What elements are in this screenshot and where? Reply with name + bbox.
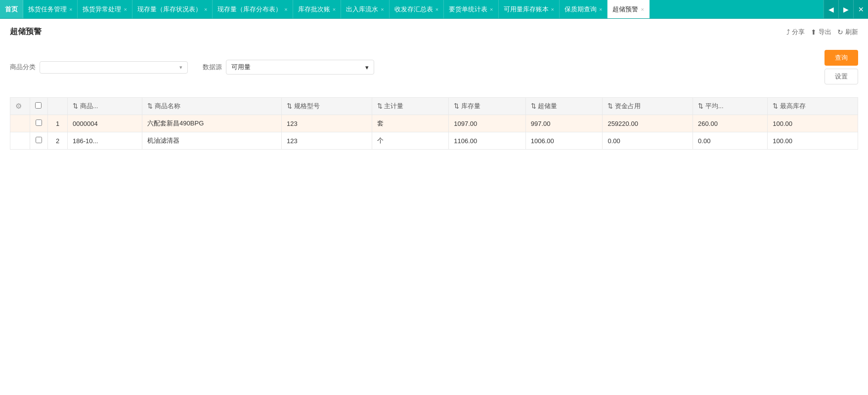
- category-dropdown-icon: ▾: [179, 64, 182, 71]
- nav-item-pick-task[interactable]: 拣货任务管理 ×: [23, 0, 78, 18]
- row-product-name-1: 机油滤清器: [142, 132, 282, 150]
- row-avg-0: 260.00: [693, 115, 768, 132]
- row-product-code-1: 186-10...: [68, 132, 142, 150]
- export-button[interactable]: ⬆ 导出: [811, 28, 831, 37]
- row-gear-0: [10, 115, 30, 132]
- refresh-icon: ↻: [837, 28, 843, 36]
- close-icon-overstock-warning[interactable]: ×: [641, 6, 644, 12]
- col-checkbox-header: [30, 98, 48, 115]
- close-icon-order-stat[interactable]: ×: [490, 6, 493, 12]
- col-gear: ⚙: [10, 98, 30, 115]
- table-row: 2 186-10... 机油滤清器 123 个 1106.00 1006.00 …: [10, 132, 858, 150]
- close-icon-receive-summary[interactable]: ×: [435, 6, 438, 12]
- page-header: 超储预警 ⤴ 分享 ⬆ 导出 ↻ 刷新: [10, 27, 858, 37]
- nav-label-overstock-warning: 超储预警: [612, 5, 638, 14]
- nav-item-inventory-dist[interactable]: 现存量（库存分布表） ×: [213, 0, 293, 18]
- col-unit[interactable]: ⇅ 主计量: [372, 98, 449, 115]
- close-icon-inventory-dist[interactable]: ×: [284, 6, 287, 12]
- row-unit-0: 套: [372, 115, 449, 132]
- share-button[interactable]: ⤴ 分享: [786, 28, 805, 37]
- nav-item-inventory-status[interactable]: 现存量（库存状况表） ×: [132, 0, 213, 18]
- datasource-label: 数据源: [203, 63, 222, 72]
- refresh-button[interactable]: ↻ 刷新: [837, 28, 858, 37]
- table-row: 1 0000004 六配套新昌490BPG 123 套 1097.00 997.…: [10, 115, 858, 132]
- close-icon-inout-flow[interactable]: ×: [381, 6, 384, 12]
- col-capital[interactable]: ⇅ 资金占用: [603, 98, 693, 115]
- nav-item-home[interactable]: 首页: [0, 0, 23, 18]
- row-capital-1: 0.00: [603, 132, 693, 150]
- table-body: 1 0000004 六配套新昌490BPG 123 套 1097.00 997.…: [10, 115, 858, 150]
- row-checkbox-cell-0: [30, 115, 48, 132]
- nav-label-pick-task: 拣货任务管理: [28, 5, 67, 14]
- col-product-name[interactable]: ⇅ 商品名称: [142, 98, 282, 115]
- row-spec-0: 123: [281, 115, 372, 132]
- datasource-dropdown-icon: ▾: [365, 64, 369, 71]
- row-checkbox-0[interactable]: [36, 119, 42, 126]
- nav-arrows: ◀ ▶ ✕: [824, 0, 868, 19]
- row-checkbox-1[interactable]: [36, 137, 42, 143]
- category-select[interactable]: ▾: [40, 61, 188, 74]
- nav-label-home: 首页: [5, 5, 18, 14]
- row-max-stock-0: 100.00: [768, 115, 858, 132]
- nav-item-inventory-batch[interactable]: 库存批次账 ×: [293, 0, 341, 18]
- select-all-checkbox[interactable]: [35, 102, 42, 109]
- data-table: ⚙ ⇅ 商品... ⇅ 商品名称 ⇅ 规格型号: [10, 97, 858, 150]
- export-icon: ⬆: [811, 28, 817, 36]
- table-header: ⚙ ⇅ 商品... ⇅ 商品名称 ⇅ 规格型号: [10, 98, 858, 115]
- nav-item-overstock-warning[interactable]: 超储预警 ×: [608, 0, 649, 18]
- nav-item-pick-exception[interactable]: 拣货异常处理 ×: [78, 0, 132, 18]
- export-label: 导出: [819, 28, 831, 37]
- col-avg[interactable]: ⇅ 平均...: [693, 98, 768, 115]
- query-button[interactable]: 查询: [825, 50, 858, 66]
- nav-item-available-ledger[interactable]: 可用量库存账本 ×: [499, 0, 560, 18]
- row-spec-1: 123: [281, 132, 372, 150]
- row-num-0: 1: [48, 115, 68, 132]
- row-product-code-0: 0000004: [68, 115, 142, 132]
- nav-label-order-stat: 要货单统计表: [449, 5, 487, 14]
- row-gear-1: [10, 132, 30, 150]
- row-unit-1: 个: [372, 132, 449, 150]
- close-icon-pick-exception[interactable]: ×: [124, 6, 127, 12]
- nav-item-shelf-life[interactable]: 保质期查询 ×: [560, 0, 608, 18]
- refresh-label: 刷新: [845, 28, 858, 37]
- close-icon-inventory-status[interactable]: ×: [204, 6, 207, 12]
- top-nav: 首页 拣货任务管理 × 拣货异常处理 × 现存量（库存状况表） × 现存量（库存…: [0, 0, 868, 19]
- nav-arrow-left[interactable]: ◀: [824, 0, 838, 19]
- nav-label-inventory-status: 现存量（库存状况表）: [137, 5, 202, 14]
- datasource-filter: 数据源 可用量 ▾: [203, 60, 374, 75]
- filter-row: 商品分类 ▾ 数据源 可用量 ▾ 查询 设置: [10, 45, 858, 89]
- nav-arrow-right[interactable]: ▶: [838, 0, 853, 19]
- col-product-code[interactable]: ⇅ 商品...: [68, 98, 142, 115]
- row-capital-0: 259220.00: [603, 115, 693, 132]
- row-stock-0: 1097.00: [449, 115, 526, 132]
- datasource-select[interactable]: 可用量 ▾: [226, 60, 374, 75]
- category-filter: 商品分类 ▾: [10, 61, 188, 74]
- nav-item-inout-flow[interactable]: 出入库流水 ×: [341, 0, 389, 18]
- nav-label-pick-exception: 拣货异常处理: [83, 5, 121, 14]
- nav-label-inventory-batch: 库存批次账: [298, 5, 330, 14]
- close-icon-inventory-batch[interactable]: ×: [333, 6, 336, 12]
- nav-label-receive-summary: 收发存汇总表: [394, 5, 433, 14]
- nav-arrow-close[interactable]: ✕: [853, 0, 868, 19]
- col-num: [48, 98, 68, 115]
- nav-item-receive-summary[interactable]: 收发存汇总表 ×: [390, 0, 444, 18]
- nav-item-order-stat[interactable]: 要货单统计表 ×: [444, 0, 498, 18]
- col-max-stock[interactable]: ⇅ 最高库存: [768, 98, 858, 115]
- close-icon-shelf-life[interactable]: ×: [599, 6, 602, 12]
- share-icon: ⤴: [786, 28, 790, 36]
- filter-buttons: 查询 设置: [825, 50, 858, 84]
- col-spec[interactable]: ⇅ 规格型号: [281, 98, 372, 115]
- row-overstock-0: 997.00: [525, 115, 603, 132]
- settings-button[interactable]: 设置: [825, 69, 858, 84]
- close-icon-pick-task[interactable]: ×: [69, 6, 72, 12]
- row-product-name-0: 六配套新昌490BPG: [142, 115, 282, 132]
- row-avg-1: 0.00: [693, 132, 768, 150]
- page-content: 超储预警 ⤴ 分享 ⬆ 导出 ↻ 刷新 商品分类 ▾: [0, 19, 868, 395]
- nav-label-available-ledger: 可用量库存账本: [504, 5, 549, 14]
- close-icon-available-ledger[interactable]: ×: [551, 6, 554, 12]
- share-label: 分享: [792, 28, 805, 37]
- gear-icon[interactable]: ⚙: [15, 102, 22, 110]
- col-overstock[interactable]: ⇅ 超储量: [525, 98, 603, 115]
- page-title: 超储预警: [10, 27, 42, 37]
- col-stock[interactable]: ⇅ 库存量: [449, 98, 526, 115]
